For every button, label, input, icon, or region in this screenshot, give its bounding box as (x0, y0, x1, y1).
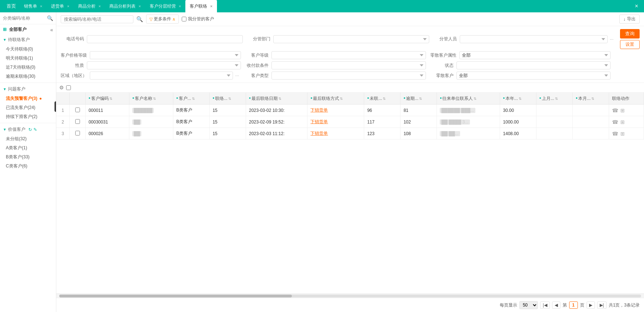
filter-search-input[interactable] (61, 15, 133, 23)
tab-purchase[interactable]: 进货单 × (47, 0, 73, 12)
td-checkbox[interactable] (69, 116, 85, 128)
td-checkbox[interactable] (69, 128, 85, 139)
sidebar-search-icon[interactable]: 🔍 (47, 15, 53, 21)
adv-select-person[interactable] (460, 35, 608, 43)
adv-input-phone[interactable] (87, 35, 243, 43)
per-page-select[interactable]: 50 100 200 (519, 301, 538, 309)
last-method-link[interactable]: 下销货单 (310, 131, 328, 136)
th-contact[interactable]: •联络...⇅ (209, 93, 246, 105)
adv-select-customer-level[interactable] (271, 51, 426, 59)
sidebar-collapse-icon[interactable]: « (50, 27, 53, 33)
sidebar-group-value[interactable]: ▼ 价值客户 ↻ ✎ (0, 125, 56, 134)
adv-filter-row-1: 电话号码 分管部门 分管人员 ··· 查询 设置 (61, 29, 640, 49)
last-page-btn[interactable]: ▶| (597, 301, 607, 309)
sidebar-group-problem[interactable]: ▼ 问题客户 (0, 84, 56, 94)
adv-select-nature[interactable] (87, 61, 241, 69)
close-all-tabs[interactable]: × (632, 3, 641, 9)
adv-select-customer-type[interactable] (271, 72, 426, 80)
th-last-month[interactable]: •上月...⇅ (536, 93, 573, 105)
row-checkbox-2[interactable] (75, 131, 80, 135)
export-btn[interactable]: ↓ 导出 (619, 15, 640, 24)
value-group-refresh-icon[interactable]: ↻ (28, 127, 32, 132)
action-grid-icon[interactable]: ⊞ (620, 108, 625, 113)
horizontal-scrollbar[interactable] (56, 293, 644, 298)
adv-select-price-level[interactable] (90, 51, 241, 59)
th-contact-person[interactable]: •往来单位联系人⇅ (437, 93, 500, 105)
nav-home[interactable]: 首页 (3, 0, 20, 12)
th-this-year[interactable]: •本年...⇅ (500, 93, 536, 105)
adv-select-retail-attr[interactable]: 全部 (459, 51, 611, 59)
adv-dots-region[interactable]: ··· (233, 73, 241, 78)
td-last-month (536, 116, 573, 128)
table-gear-icon[interactable]: ⚙ (59, 85, 64, 90)
table-container[interactable]: •客户编码⇅ •客户名称⇅ •客户...⇅ •联络...⇅ •最后联络日期⇅ (56, 93, 644, 293)
sidebar-item-churned[interactable]: 已流失客户(24) (0, 103, 56, 112)
action-grid-icon[interactable]: ⊞ (620, 131, 625, 137)
row-checkbox-1[interactable] (75, 119, 80, 124)
th-name[interactable]: •客户名称⇅ (129, 93, 173, 105)
adv-select-payment[interactable] (271, 61, 426, 69)
table-select-all-checkbox[interactable] (66, 85, 71, 90)
th-not-contacted[interactable]: •未联...⇅ (364, 93, 401, 105)
sidebar-item-ungrouped[interactable]: 未分组(32) (0, 134, 56, 143)
my-customers-checkbox[interactable] (182, 17, 186, 21)
adv-select-region[interactable] (90, 72, 233, 80)
action-phone-icon[interactable]: ☎ (612, 119, 618, 125)
sidebar-group-pending[interactable]: ▼ 待联络客户 (0, 35, 56, 45)
sidebar-item-churn-warning[interactable]: 流失预警客户(3) ● (0, 94, 56, 103)
settings-btn[interactable]: 设置 (620, 40, 640, 49)
th-code[interactable]: •客户编码⇅ (85, 93, 129, 105)
th-action: 联络动作 (609, 93, 644, 105)
td-last-method[interactable]: 下销货单 (307, 128, 364, 139)
filter-search-icon[interactable]: 🔍 (136, 16, 143, 23)
action-grid-icon[interactable]: ⊞ (620, 119, 625, 125)
sidebar-item-class-a[interactable]: A类客户(1) (0, 143, 56, 153)
value-group-edit-icon[interactable]: ✎ (33, 127, 37, 132)
adv-dots-person[interactable]: ··· (608, 37, 616, 42)
sidebar-item-7days[interactable]: 近7天待联络(0) (0, 63, 56, 72)
adv-select-status[interactable] (456, 61, 611, 69)
last-method-link[interactable]: 下销货单 (310, 119, 328, 124)
hscroll-track[interactable] (59, 295, 641, 297)
tab-analysis[interactable]: 商品分析 × (74, 0, 105, 12)
sidebar-item-today[interactable]: 今天待联络(0) (0, 45, 56, 54)
tab-customer-segment[interactable]: 客户分层经营 × (145, 0, 185, 12)
th-type[interactable]: •客户...⇅ (173, 93, 209, 105)
sidebar-item-overdue-contact[interactable]: 逾期未联络(30) (0, 72, 56, 81)
close-tab-sales[interactable]: × (40, 4, 42, 8)
close-tab-customer-contact[interactable]: × (210, 4, 212, 8)
more-conditions-btn[interactable]: ▽ 更多条件 ∧ (146, 15, 179, 24)
last-method-link[interactable]: 下销货单 (310, 108, 328, 113)
sidebar-item-tomorrow[interactable]: 明天待联络(1) (0, 54, 56, 63)
td-last-method[interactable]: 下销货单 (307, 116, 364, 128)
close-tab-customer-segment[interactable]: × (179, 4, 181, 8)
tab-analysis-list[interactable]: 商品分析列表 × (105, 0, 145, 12)
next-page-btn[interactable]: ▶ (587, 301, 595, 309)
th-last-method[interactable]: •最后联络方式⇅ (307, 93, 364, 105)
close-tab-purchase[interactable]: × (67, 4, 69, 8)
td-last-method[interactable]: 下销货单 (307, 105, 364, 116)
th-last-date[interactable]: •最后联络日期⇅ (246, 93, 307, 105)
close-tab-analysis-list[interactable]: × (138, 4, 141, 8)
sidebar-item-class-c[interactable]: C类客户(6) (0, 162, 56, 171)
query-btn[interactable]: 查询 (620, 29, 640, 39)
sidebar-all-customers[interactable]: ⊞ 全部客户 « (0, 24, 56, 35)
sidebar-item-class-b[interactable]: B类客户(33) (0, 153, 56, 162)
tab-sales[interactable]: 销售单 × (20, 0, 47, 12)
hscroll-thumb[interactable] (59, 295, 292, 297)
first-page-btn[interactable]: |◀ (540, 301, 550, 309)
td-checkbox[interactable] (69, 105, 85, 116)
row-checkbox-0[interactable] (75, 108, 80, 112)
close-tab-analysis[interactable]: × (98, 4, 101, 8)
th-this-month[interactable]: •本月...⇅ (573, 93, 609, 105)
adv-select-retail-customer[interactable]: 全部 (456, 72, 611, 80)
sidebar-item-declining[interactable]: 持续下滑客户(2) (0, 112, 56, 121)
action-phone-icon[interactable]: ☎ (612, 108, 618, 113)
adv-select-dept[interactable] (273, 35, 429, 43)
prev-page-btn[interactable]: ◀ (552, 301, 560, 309)
tab-customer-contact[interactable]: 客户联络 × (185, 0, 217, 12)
sidebar-search-input[interactable] (3, 16, 47, 21)
action-phone-icon[interactable]: ☎ (612, 131, 618, 137)
th-overdue[interactable]: •逾期...⇅ (401, 93, 437, 105)
my-customers-checkbox-label[interactable]: 我分管的客户 (182, 16, 214, 22)
